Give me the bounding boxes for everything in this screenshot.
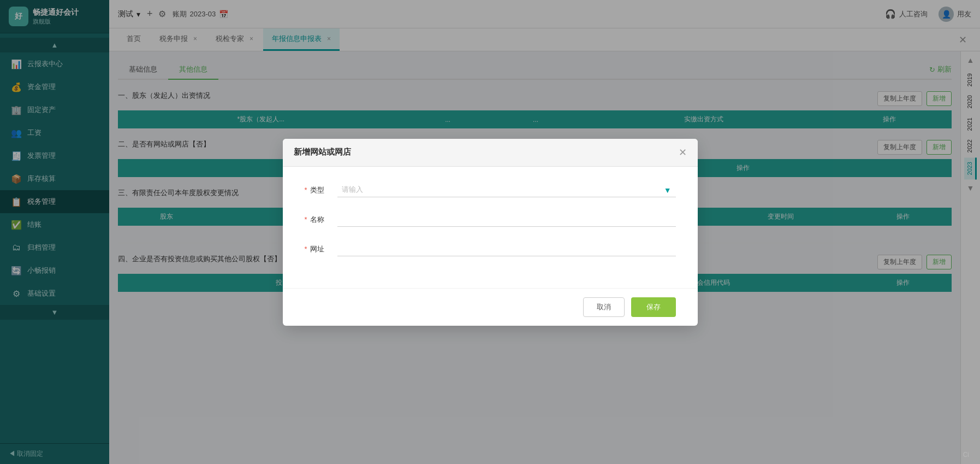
- add-website-modal: 新增网站或网店 ✕ * 类型 ▼ * 名称: [283, 139, 698, 326]
- required-star-url: *: [305, 245, 307, 253]
- type-input-wrap: ▼: [337, 183, 676, 197]
- modal-footer: 取消 保存: [283, 288, 698, 326]
- form-row-url: * 网址: [305, 242, 676, 256]
- watermark: Ci: [963, 451, 969, 459]
- form-row-type: * 类型 ▼: [305, 183, 676, 197]
- type-input[interactable]: [337, 183, 676, 197]
- name-input-wrap: [337, 213, 676, 227]
- modal-title: 新增网站或网店: [294, 147, 351, 157]
- url-input-wrap: [337, 242, 676, 256]
- cancel-button[interactable]: 取消: [583, 297, 625, 317]
- modal-overlay: 新增网站或网店 ✕ * 类型 ▼ * 名称: [0, 0, 980, 464]
- required-star-name: *: [305, 215, 307, 224]
- modal-body: * 类型 ▼ * 名称 *: [283, 167, 698, 288]
- modal-close-button[interactable]: ✕: [679, 146, 687, 158]
- save-button[interactable]: 保存: [631, 297, 676, 317]
- name-label: * 名称: [305, 215, 337, 225]
- url-label: * 网址: [305, 244, 337, 254]
- modal-header: 新增网站或网店 ✕: [283, 139, 698, 167]
- required-star-type: *: [305, 186, 307, 194]
- type-label: * 类型: [305, 185, 337, 195]
- name-input[interactable]: [337, 213, 676, 227]
- url-input[interactable]: [337, 242, 676, 256]
- form-row-name: * 名称: [305, 213, 676, 227]
